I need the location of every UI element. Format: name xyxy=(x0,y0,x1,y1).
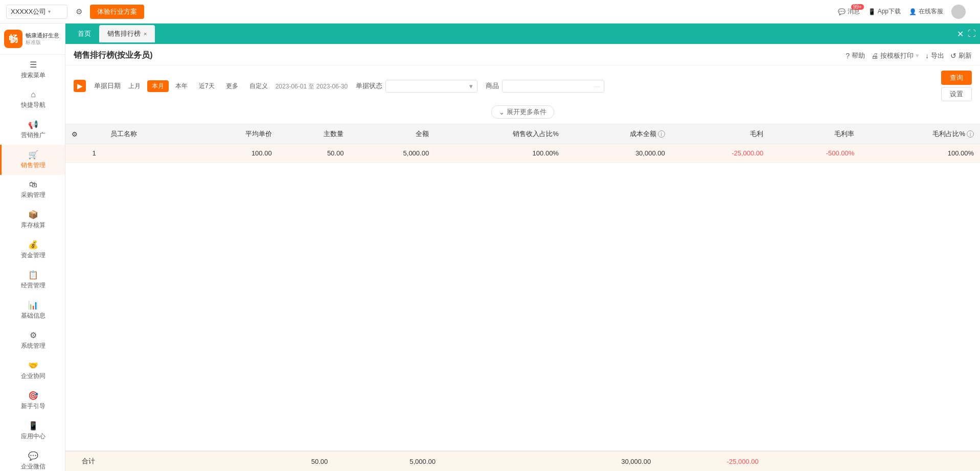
tab-sales-ranking[interactable]: 销售排行榜 × xyxy=(99,25,155,42)
th-gross-rate: 毛利率 xyxy=(769,124,860,144)
app-body: 畅 畅康通好生意 标准版 ☰ 搜索菜单 ⌂ 快捷导航 📢 营销推广 🛒 销售管理… xyxy=(0,24,980,471)
expand-more-button[interactable]: ⌄ 展开更多条件 xyxy=(491,105,554,119)
trial-button[interactable]: 体验行业方案 xyxy=(90,5,144,19)
tab-home-label: 首页 xyxy=(78,29,91,38)
main-content: 首页 销售排行榜 × ✕ ⛶ 销售排行榜(按业务员) ? 帮助 xyxy=(65,24,980,471)
sidebar-brand: 畅 畅康通好生意 标准版 xyxy=(0,24,65,55)
export-label: 导出 xyxy=(931,51,944,60)
filter-date-group: 单据日期 上月 本月 本年 近7天 更多 自定义 2023-06-01 至 20… xyxy=(94,80,348,92)
app-center-icon: 📱 xyxy=(28,421,38,431)
date-tab-last-7-days[interactable]: 近7天 xyxy=(194,80,219,92)
inventory-icon: 📦 xyxy=(28,210,38,219)
print-button[interactable]: 🖨 按模板打印 ▾ xyxy=(871,51,919,60)
query-buttons: 查询 设置 xyxy=(941,71,972,101)
tab-close-icon[interactable]: × xyxy=(144,31,147,37)
query-button[interactable]: 查询 xyxy=(941,71,972,85)
footer-total-label: 合计 xyxy=(72,457,112,466)
help-button[interactable]: ? 帮助 xyxy=(846,51,865,60)
refresh-button[interactable]: ↺ 刷新 xyxy=(950,51,972,60)
cell-amount: 5,000.00 xyxy=(350,144,435,163)
wechat-icon: 💬 xyxy=(28,451,38,461)
page-content: 销售排行榜(按业务员) ? 帮助 🖨 按模板打印 ▾ ↓ 导出 xyxy=(65,44,980,471)
sidebar-label-basic: 基础信息 xyxy=(21,311,45,320)
tab-sales-label: 销售排行榜 xyxy=(107,29,141,38)
support-icon: 👤 xyxy=(909,8,917,15)
th-cost: 成本全额 i xyxy=(565,124,671,144)
date-filter-label: 单据日期 xyxy=(94,81,121,91)
sidebar-label-quick: 快捷导航 xyxy=(21,101,45,109)
sidebar-item-finance[interactable]: 💰 资金管理 xyxy=(0,235,65,265)
status-select[interactable]: ▾ xyxy=(385,80,477,93)
footer-cells: 50.00 5,000.00 30,000.00 -25,000.00 xyxy=(112,458,974,465)
basic-info-icon: 📊 xyxy=(28,300,38,310)
cell-avg-price: 100.00 xyxy=(191,144,278,163)
th-rank xyxy=(84,124,104,144)
date-tabs: 上月 本月 本年 近7天 更多 自定义 xyxy=(124,80,272,92)
export-icon: ↓ xyxy=(925,52,929,60)
table-footer: 合计 50.00 5,000.00 30,000.00 -25,000.00 xyxy=(65,451,980,471)
th-settings[interactable]: ⚙ xyxy=(65,124,84,144)
sidebar-item-search-order[interactable]: ☰ 搜索菜单 xyxy=(0,55,65,85)
settings-gear-button[interactable]: ⚙ xyxy=(72,5,86,19)
sales-icon: 🛒 xyxy=(28,150,38,160)
print-chevron-icon: ▾ xyxy=(916,52,919,59)
sidebar-item-onboarding[interactable]: 🎯 新手引导 xyxy=(0,386,65,416)
sidebar-label-inventory: 库存核算 xyxy=(21,221,45,230)
export-button[interactable]: ↓ 导出 xyxy=(925,51,944,60)
sidebar-item-marketing[interactable]: 📢 营销推广 xyxy=(0,115,65,145)
th-avg-price: 平均单价 xyxy=(191,124,278,144)
sidebar-label-app-center: 应用中心 xyxy=(21,432,45,441)
company-selector[interactable]: XXXXX公司 ▾ xyxy=(6,5,67,19)
system-icon: ⚙ xyxy=(30,330,37,340)
tab-minimize-button[interactable]: ✕ xyxy=(957,29,964,39)
app-download-button[interactable]: 📱 App下载 xyxy=(868,7,901,16)
data-table: ⚙ 员工名称 平均单价 主数量 全额 销售收入占比% 成本全额 i xyxy=(65,124,980,163)
refresh-icon: ↺ xyxy=(950,52,956,60)
date-tab-custom[interactable]: 自定义 xyxy=(245,80,272,92)
filter-expand-icon[interactable]: ▶ xyxy=(74,80,86,92)
date-tab-more[interactable]: 更多 xyxy=(221,80,243,92)
sidebar-item-purchase[interactable]: 🛍 采购管理 xyxy=(0,175,65,205)
sidebar-item-operations[interactable]: 📋 经营管理 xyxy=(0,265,65,295)
date-tab-last-month[interactable]: 上月 xyxy=(124,80,145,92)
sidebar-item-app-center[interactable]: 📱 应用中心 xyxy=(0,416,65,446)
sidebar-label-onboarding: 新手引导 xyxy=(21,402,45,411)
footer-cost: 30,000.00 xyxy=(543,458,651,465)
gross-pct-info-icon[interactable]: i xyxy=(967,130,974,138)
date-tab-current-year[interactable]: 本年 xyxy=(171,80,192,92)
purchase-icon: 🛍 xyxy=(29,180,37,189)
sidebar-item-quick-nav[interactable]: ⌂ 快捷导航 xyxy=(0,85,65,115)
online-support-label: 在线客服 xyxy=(919,7,943,16)
tab-home[interactable]: 首页 xyxy=(70,25,99,42)
help-icon: ? xyxy=(846,52,850,60)
message-button[interactable]: 💬 消息 99+ xyxy=(838,7,860,16)
sidebar-label-marketing: 营销推广 xyxy=(21,131,45,140)
table-settings-button[interactable]: 设置 xyxy=(941,87,972,101)
goods-select[interactable]: ··· xyxy=(502,80,604,93)
online-support-button[interactable]: 👤 在线客服 xyxy=(909,7,943,16)
sidebar-label-finance: 资金管理 xyxy=(21,251,45,260)
tab-expand-button[interactable]: ⛶ xyxy=(968,29,976,38)
sidebar-label-wechat: 企业微信 xyxy=(21,462,45,471)
sidebar-item-system[interactable]: ⚙ 系统管理 xyxy=(0,325,65,355)
sidebar-label-sales: 销售管理 xyxy=(21,161,45,170)
sidebar-item-basic-info[interactable]: 📊 基础信息 xyxy=(0,295,65,325)
marketing-icon: 📢 xyxy=(28,120,38,129)
expand-more-label: 展开更多条件 xyxy=(507,107,546,117)
sidebar-label-search: 搜索菜单 xyxy=(21,71,45,80)
cell-gross-pct: 100.00% xyxy=(860,144,980,163)
sidebar-item-wechat[interactable]: 💬 企业微信 xyxy=(0,446,65,471)
page-actions: ? 帮助 🖨 按模板打印 ▾ ↓ 导出 ↺ 刷新 xyxy=(846,51,972,60)
date-tab-current-month[interactable]: 本月 xyxy=(147,80,169,92)
search-order-icon: ☰ xyxy=(30,60,37,70)
cost-info-icon[interactable]: i xyxy=(658,130,665,138)
sidebar-label-operations: 经营管理 xyxy=(21,281,45,290)
th-sales-pct: 销售收入占比% xyxy=(435,124,565,144)
sidebar-item-enterprise[interactable]: 🤝 企业协同 xyxy=(0,355,65,386)
cell-quantity: 50.00 xyxy=(278,144,350,163)
onboarding-icon: 🎯 xyxy=(28,391,38,400)
sidebar-item-sales[interactable]: 🛒 销售管理 xyxy=(0,145,65,175)
sidebar-item-inventory[interactable]: 📦 库存核算 xyxy=(0,205,65,235)
avatar[interactable] xyxy=(951,5,966,19)
cell-sales-pct: 100.00% xyxy=(435,144,565,163)
